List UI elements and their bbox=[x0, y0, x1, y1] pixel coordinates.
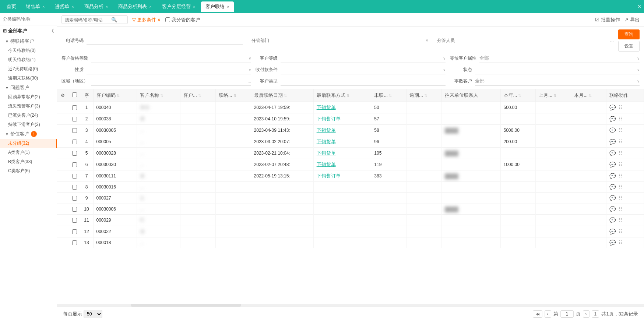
more-icon-13[interactable]: ⠿ bbox=[619, 240, 622, 246]
chat-icon-10[interactable]: 💬 bbox=[609, 206, 616, 212]
query-button[interactable]: 查询 bbox=[618, 29, 640, 39]
page-size-select[interactable]: 50 20 100 bbox=[84, 310, 102, 318]
sidebar-item-a-class[interactable]: A类客户(1) bbox=[0, 148, 57, 157]
region-select[interactable]: … bbox=[91, 77, 251, 86]
more-icon-7[interactable]: ⠿ bbox=[619, 173, 622, 179]
row-checkbox-3[interactable] bbox=[72, 128, 77, 133]
collapse-icon[interactable]: 《 bbox=[49, 28, 54, 34]
nav-tab-customer-contact[interactable]: 客户联络 × bbox=[201, 1, 233, 12]
close-tab-customer-contact[interactable]: × bbox=[227, 4, 229, 9]
row-checkbox-13[interactable] bbox=[72, 240, 77, 245]
method-link-4[interactable]: 下销货单 bbox=[317, 139, 336, 144]
row-checkbox-1[interactable] bbox=[72, 105, 77, 110]
nav-tab-sales[interactable]: 销售单 × bbox=[21, 1, 49, 12]
gender-select[interactable]: ∨ bbox=[87, 65, 251, 74]
prev-page-btn[interactable]: ‹ bbox=[545, 310, 551, 318]
more-icon-10[interactable]: ⠿ bbox=[619, 206, 622, 212]
more-icon-5[interactable]: ⠿ bbox=[619, 150, 622, 156]
row-checkbox-4[interactable] bbox=[72, 140, 77, 144]
chat-icon-3[interactable]: 💬 bbox=[609, 127, 616, 133]
sidebar-item-b-class[interactable]: B类客户(33) bbox=[0, 157, 57, 166]
person-select[interactable]: … bbox=[458, 36, 614, 45]
row-checkbox-2[interactable] bbox=[72, 117, 77, 121]
filter-search-input[interactable] bbox=[65, 17, 109, 22]
sidebar-group-value[interactable]: ▼ 价值客户 ! bbox=[0, 129, 57, 139]
nav-tab-customer-tier[interactable]: 客户分层经营 × bbox=[158, 1, 200, 12]
row-checkbox-10[interactable] bbox=[72, 207, 77, 212]
sidebar-item-churned[interactable]: 已流失客户(24) bbox=[0, 111, 57, 120]
my-customers-check[interactable] bbox=[165, 17, 170, 22]
chat-icon-7[interactable]: 💬 bbox=[609, 173, 616, 179]
chat-icon-9[interactable]: 💬 bbox=[609, 195, 616, 201]
row-checkbox-8[interactable] bbox=[72, 185, 77, 190]
zero-attr-select[interactable]: 全部 ∨ bbox=[479, 54, 640, 63]
chat-icon-11[interactable]: 💬 bbox=[609, 217, 616, 223]
th-settings[interactable]: ⚙ bbox=[57, 89, 69, 102]
zero-cust-select[interactable]: 全部 ∨ bbox=[475, 77, 640, 86]
page-number-input[interactable] bbox=[560, 310, 574, 318]
grade-select[interactable]: ∨ bbox=[281, 54, 445, 63]
sidebar-item-churn-warn[interactable]: 流失预警客户(3) bbox=[0, 102, 57, 111]
nav-tab-purchase[interactable]: 进货单 × bbox=[50, 1, 78, 12]
chat-icon-1[interactable]: 💬 bbox=[609, 105, 616, 110]
nav-tab-analysis[interactable]: 商品分析 × bbox=[80, 1, 112, 12]
export-btn[interactable]: ↗ 导出 bbox=[624, 17, 640, 23]
method-link-6[interactable]: 下销货单 bbox=[317, 162, 336, 167]
payment-select[interactable]: ∨ bbox=[281, 65, 445, 74]
more-icon-8[interactable]: ⠿ bbox=[619, 184, 622, 190]
select-all-checkbox[interactable] bbox=[72, 92, 77, 97]
row-checkbox-12[interactable] bbox=[72, 229, 77, 234]
first-page-btn[interactable]: ⏮ bbox=[533, 310, 542, 318]
dept-select[interactable]: ∨ bbox=[272, 36, 428, 45]
row-checkbox-11[interactable] bbox=[72, 218, 77, 223]
method-link-1[interactable]: 下销货单 bbox=[317, 105, 336, 110]
sidebar-item-abnormal[interactable]: 回购异常客户(2) bbox=[0, 92, 57, 102]
more-icon-3[interactable]: ⠿ bbox=[619, 127, 622, 133]
next-page-btn[interactable]: › bbox=[583, 310, 590, 318]
row-checkbox-9[interactable] bbox=[72, 196, 77, 201]
sidebar-group-pending[interactable]: ▼ 待联络客户 bbox=[0, 36, 57, 46]
nav-tab-analysis-list[interactable]: 商品分析列表 × bbox=[114, 1, 156, 12]
more-icon-4[interactable]: ⠿ bbox=[619, 139, 622, 145]
chat-icon-5[interactable]: 💬 bbox=[609, 150, 616, 156]
chat-icon-13[interactable]: 💬 bbox=[609, 240, 616, 246]
method-link-3[interactable]: 下销货单 bbox=[317, 127, 336, 133]
chat-icon-4[interactable]: 💬 bbox=[609, 139, 616, 145]
sidebar-search-input[interactable] bbox=[3, 17, 57, 22]
method-link-5[interactable]: 下销货单 bbox=[317, 150, 336, 156]
my-customers-checkbox[interactable]: 我分管的客户 bbox=[165, 17, 200, 23]
close-all-icon[interactable]: × bbox=[638, 3, 641, 10]
more-conditions-btn[interactable]: ▽ 更多条件 ∧ bbox=[132, 17, 161, 23]
more-icon-6[interactable]: ⠿ bbox=[619, 162, 622, 167]
sidebar-item-today[interactable]: 今天待联络(0) bbox=[0, 46, 57, 55]
close-tab-analysis[interactable]: × bbox=[106, 4, 108, 9]
close-tab-purchase[interactable]: × bbox=[71, 4, 74, 9]
sidebar-item-overdue[interactable]: 逾期未联络(30) bbox=[0, 74, 57, 83]
row-checkbox-7[interactable] bbox=[72, 174, 77, 179]
status-select[interactable]: ∨ bbox=[475, 65, 640, 74]
all-customers-header[interactable]: ⊞ 全部客户 《 bbox=[0, 25, 57, 36]
batch-op-btn[interactable]: ☑ 批量操作 bbox=[595, 17, 620, 23]
close-tab-analysis-list[interactable]: × bbox=[149, 4, 151, 9]
last-page-btn[interactable]: 1 bbox=[592, 310, 599, 318]
sidebar-item-c-class[interactable]: C类客户(6) bbox=[0, 166, 57, 176]
sidebar-item-tomorrow[interactable]: 明天待联络(1) bbox=[0, 55, 57, 64]
filter-search-icon[interactable]: 🔍 bbox=[111, 17, 117, 22]
method-link-2[interactable]: 下销售订单 bbox=[317, 116, 341, 121]
method-link-7[interactable]: 下销售订单 bbox=[317, 173, 341, 179]
price-grade-select[interactable]: ∨ bbox=[91, 54, 251, 63]
phone-input[interactable] bbox=[87, 37, 243, 45]
sidebar-group-problem[interactable]: ▼ 问题客户 bbox=[0, 83, 57, 92]
close-tab-customer-tier[interactable]: × bbox=[193, 4, 195, 9]
sidebar-item-7days[interactable]: 近7天待联络(0) bbox=[0, 64, 57, 74]
more-icon-9[interactable]: ⠿ bbox=[619, 195, 622, 201]
reset-button[interactable]: 设置 bbox=[618, 41, 640, 52]
chat-icon-2[interactable]: 💬 bbox=[609, 116, 616, 122]
chat-icon-8[interactable]: 💬 bbox=[609, 184, 616, 190]
chat-icon-12[interactable]: 💬 bbox=[609, 229, 616, 234]
cust-type-select[interactable] bbox=[281, 77, 445, 86]
chat-icon-6[interactable]: 💬 bbox=[609, 162, 616, 167]
sidebar-item-declining[interactable]: 持续下滑客户(2) bbox=[0, 120, 57, 129]
sidebar-item-ungrouped[interactable]: 未分组(32) bbox=[0, 139, 57, 148]
more-icon-11[interactable]: ⠿ bbox=[619, 217, 622, 223]
